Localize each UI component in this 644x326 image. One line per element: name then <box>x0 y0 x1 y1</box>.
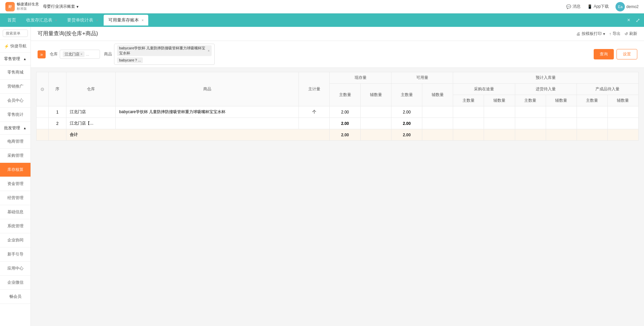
settings-button[interactable]: 设置 <box>616 49 637 59</box>
sidebar-item-new-guide[interactable]: 新手引导 <box>0 247 31 262</box>
cell-current-aux-1 <box>361 106 391 118</box>
sidebar-item-label: 采购管理 <box>7 153 23 158</box>
tab-receivable-close[interactable]: × <box>55 18 57 22</box>
cell-available-aux-1 <box>422 106 453 118</box>
message-icon: 💬 <box>566 4 571 9</box>
cell-purchase-main-1 <box>453 106 484 118</box>
sidebar-item-chang-member[interactable]: 畅会员 <box>0 290 31 304</box>
top-bar: 好 畅捷通好生意 标准版 母婴行业演示账套 ▾ 💬 消息 📱 App下载 Ea … <box>0 0 644 13</box>
refresh-button[interactable]: ↺ 刷新 <box>625 31 637 37</box>
query-button[interactable]: 查询 <box>594 49 614 59</box>
cell-product-2 <box>116 118 299 129</box>
tab-receivable-summary[interactable]: 收发存汇总表 × <box>21 15 62 26</box>
filter-more-icon[interactable]: ... <box>86 52 89 57</box>
message-label: 消息 <box>573 4 581 9</box>
col-product-header: 商品 <box>116 72 299 106</box>
col-incoming-aux-header: 辅数量 <box>546 95 577 106</box>
sidebar-item-label: 应用中心 <box>7 266 23 271</box>
export-button[interactable]: ↑ 导出 <box>609 31 621 37</box>
quick-nav-label: 快捷导航 <box>10 43 26 49</box>
warehouse-tag-text: 江北门店 <box>65 52 79 57</box>
col-finished-pending-header: 产成品待入量 <box>577 84 638 95</box>
col-available-main-header: 主数量 <box>391 84 422 106</box>
sidebar-item-label: 库存核算 <box>7 167 23 173</box>
footer-available-main: 2.00 <box>391 129 422 141</box>
sidebar: ⚡ 快捷导航 零售管理 ▲ 零售商城 营销推广 会员中心 零售统计 批发管理 ▲… <box>0 27 31 326</box>
sidebar-item-wholesale-management[interactable]: 批发管理 ▲ <box>0 122 31 135</box>
sidebar-item-enterprise-collab[interactable]: 企业协同 <box>0 233 31 247</box>
sidebar-item-label: 系统管理 <box>7 223 23 229</box>
sidebar-item-app-center[interactable]: 应用中心 <box>0 262 31 276</box>
tab-home[interactable]: 首页 <box>3 15 21 26</box>
sidebar-item-inventory[interactable]: 库存核算 <box>0 163 31 177</box>
print-label: 按模板打印 <box>582 31 602 37</box>
logo-text-block: 畅捷通好生意 标准版 <box>17 2 39 11</box>
sidebar-item-retail-stats[interactable]: 零售统计 <box>0 108 31 122</box>
col-available-aux-header: 辅数量 <box>422 84 453 106</box>
filter-actions: 查询 设置 <box>594 49 637 59</box>
print-button[interactable]: 🖨 按模板打印 ▾ <box>576 31 605 37</box>
sidebar-item-retail-mall[interactable]: 零售商城 <box>0 65 31 80</box>
tab-bar-right: × ⤢ <box>626 16 641 25</box>
table-footer-row: 合计 2.00 2.00 <box>37 129 639 141</box>
warehouse-filter-input[interactable]: 江北门店 × ... <box>60 50 100 59</box>
expand-filter-button[interactable]: » <box>38 50 46 58</box>
sidebar-item-label: 基础信息 <box>7 209 23 215</box>
avatar: Ea <box>615 2 625 11</box>
product-tag-1-remove[interactable]: × <box>208 49 210 53</box>
sidebar-item-basic-info[interactable]: 基础信息 <box>0 205 31 219</box>
footer-empty-1 <box>37 129 49 141</box>
settings-icon[interactable]: ⚙ <box>40 87 45 92</box>
top-bar-right: 💬 消息 📱 App下载 Ea demo2 <box>566 2 639 11</box>
footer-incoming-aux <box>546 129 577 141</box>
tab-available-label: 可用量库存账本 <box>108 17 139 23</box>
tab-available-stock[interactable]: 可用量库存账本 × <box>104 15 148 26</box>
chevron-icon: ▲ <box>23 57 26 61</box>
sidebar-item-member-center[interactable]: 会员中心 <box>0 94 31 108</box>
cell-finished-main-2 <box>577 118 607 129</box>
sidebar-item-purchase[interactable]: 采购管理 <box>0 149 31 163</box>
footer-current-main: 2.00 <box>330 129 361 141</box>
sidebar-item-marketing[interactable]: 营销推广 <box>0 80 31 94</box>
app-download-button[interactable]: 📱 App下载 <box>587 4 609 9</box>
sidebar-item-label: 零售商城 <box>7 69 23 75</box>
sidebar-item-label: 企业微信 <box>7 280 23 285</box>
close-all-tabs-button[interactable]: × <box>626 16 632 25</box>
tab-available-close[interactable]: × <box>142 18 144 22</box>
tab-purchase-close[interactable]: × <box>96 18 98 22</box>
tab-purchase-label: 要货单统计表 <box>67 17 93 23</box>
footer-finished-aux <box>607 129 638 141</box>
product-filter-group: 商品 babycare学饮杯 儿童防摔防撞吸管杯重力球吸嘴杯宝宝水杯 × bab… <box>104 44 215 65</box>
message-button[interactable]: 💬 消息 <box>566 4 581 9</box>
sidebar-item-enterprise-wechat[interactable]: 企业微信 <box>0 276 31 290</box>
cell-finished-main-1 <box>577 106 607 118</box>
product-filter-input[interactable]: babycare学饮杯 儿童防摔防撞吸管杯重力球吸嘴杯宝宝水杯 × babyca… <box>114 44 215 65</box>
warehouse-tag-remove[interactable]: × <box>80 52 83 56</box>
sidebar-item-ecommerce[interactable]: 电商管理 <box>0 135 31 149</box>
footer-finished-main <box>577 129 607 141</box>
logo-text: 畅捷通好生意 <box>17 2 39 6</box>
sidebar-item-label: 零售管理 <box>4 56 20 62</box>
sidebar-item-finance[interactable]: 资金管理 <box>0 177 31 191</box>
product-tag-2-text: babycare？... <box>119 58 141 63</box>
expand-tab-button[interactable]: ⤢ <box>634 16 641 25</box>
industry-selector[interactable]: 母婴行业演示账套 ▾ <box>43 4 78 9</box>
quick-nav-icon: ⚡ <box>4 44 9 49</box>
sidebar-item-operations[interactable]: 经营管理 <box>0 191 31 205</box>
col-current-main-header: 主数量 <box>330 84 361 106</box>
main-layout: ⚡ 快捷导航 零售管理 ▲ 零售商城 营销推广 会员中心 零售统计 批发管理 ▲… <box>0 27 644 326</box>
sidebar-item-system[interactable]: 系统管理 <box>0 219 31 233</box>
sidebar-item-retail-management[interactable]: 零售管理 ▲ <box>0 53 31 65</box>
cell-current-main-1: 2.00 <box>330 106 361 118</box>
page-actions: 🖨 按模板打印 ▾ ↑ 导出 ↺ 刷新 <box>576 31 637 37</box>
cell-purchase-main-2 <box>453 118 484 129</box>
product-tag-2: babycare？... <box>117 57 143 63</box>
sidebar-search-input[interactable] <box>3 30 28 37</box>
sidebar-item-quick-nav[interactable]: ⚡ 快捷导航 <box>0 40 31 53</box>
tab-purchase-stats[interactable]: 要货单统计表 × <box>62 15 103 26</box>
cell-incoming-main-1 <box>515 106 546 118</box>
col-current-stock-header: 现存量 <box>330 72 391 84</box>
print-icon: 🖨 <box>576 32 580 36</box>
user-profile[interactable]: Ea demo2 <box>615 2 639 11</box>
nav-tabs-bar: 首页 收发存汇总表 × 要货单统计表 × 可用量库存账本 × × ⤢ <box>0 13 644 27</box>
